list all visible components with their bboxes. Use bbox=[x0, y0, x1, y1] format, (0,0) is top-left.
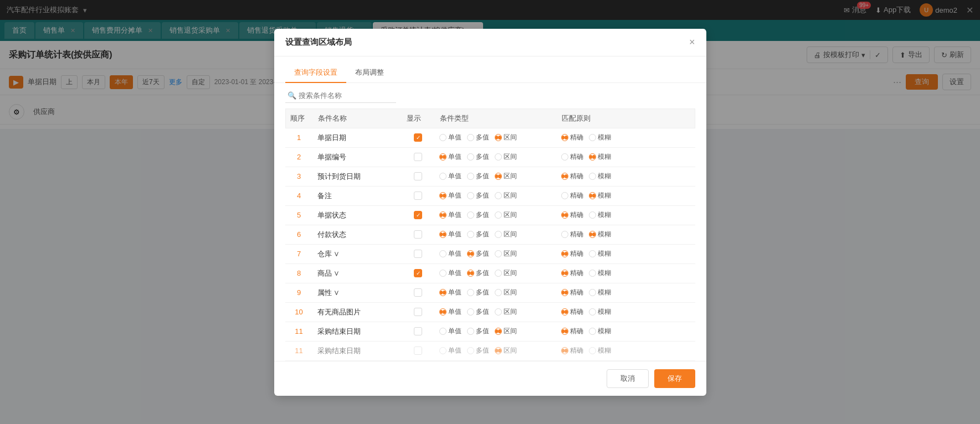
search-input[interactable] bbox=[285, 89, 396, 103]
modal-title: 设置查询区域布局 bbox=[285, 37, 352, 48]
modal-search-area: 🔍 bbox=[274, 83, 706, 108]
modal-tab-query[interactable]: 查询字段设置 bbox=[285, 63, 346, 83]
col-type-header: 条件类型 bbox=[435, 113, 557, 123]
settings-modal: 设置查询区域布局 × 查询字段设置 布局调整 🔍 顺序 条件名称 bbox=[274, 29, 706, 130]
modal-close-btn[interactable]: × bbox=[689, 37, 695, 48]
col-order-header: 顺序 bbox=[286, 113, 314, 123]
modal-header: 设置查询区域布局 × bbox=[274, 29, 706, 56]
search-field-wrap: 🔍 bbox=[285, 89, 396, 103]
search-icon: 🔍 bbox=[288, 91, 296, 100]
modal-table-body: 1 单据日期 ✓ 单值 多值 区间 bbox=[285, 128, 695, 130]
modal-table: 顺序 条件名称 显示 条件类型 匹配原则 1 单据日期 ✓ 单值 bbox=[274, 108, 706, 130]
modal-table-header: 顺序 条件名称 显示 条件类型 匹配原则 bbox=[285, 108, 695, 128]
modal-overlay: 设置查询区域布局 × 查询字段设置 布局调整 🔍 顺序 条件名称 bbox=[0, 0, 980, 129]
modal-tabs: 查询字段设置 布局调整 bbox=[274, 56, 706, 83]
col-name-header: 条件名称 bbox=[314, 113, 402, 123]
col-match-header: 匹配原则 bbox=[557, 113, 668, 123]
col-display-header: 显示 bbox=[402, 113, 435, 123]
modal-tab-layout[interactable]: 布局调整 bbox=[346, 63, 393, 83]
table-row: 1 单据日期 ✓ 单值 多值 区间 bbox=[285, 128, 695, 130]
